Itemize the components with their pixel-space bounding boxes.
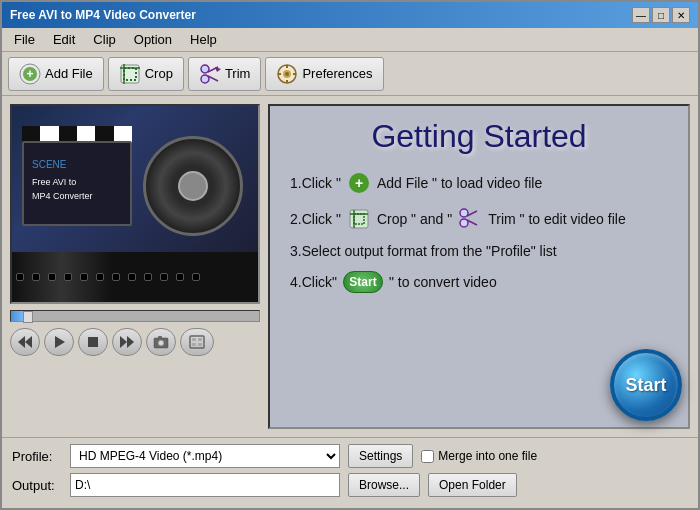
add-file-icon: + [19, 63, 41, 85]
clapperboard-decoration: SCENE Free AVI to MP4 Converter [22, 126, 142, 226]
svg-rect-36 [192, 343, 196, 346]
step-1-number: 1.Click " [290, 175, 341, 191]
svg-point-45 [460, 219, 468, 227]
svg-text:SCENE: SCENE [32, 159, 67, 170]
menu-edit[interactable]: Edit [45, 30, 83, 49]
step-1-add-icon: + [347, 171, 371, 195]
svg-rect-32 [158, 336, 162, 339]
clap-body: SCENE Free AVI to MP4 Converter [22, 141, 132, 226]
output-row: Output: Browse... Open Folder [12, 473, 688, 497]
output-label: Output: [12, 478, 62, 493]
left-panel: SCENE Free AVI to MP4 Converter [10, 104, 260, 429]
start-button[interactable]: Start [610, 349, 682, 421]
add-file-button[interactable]: + Add File [8, 57, 104, 91]
svg-point-8 [201, 75, 209, 83]
start-button-label: Start [625, 375, 666, 396]
svg-rect-33 [190, 336, 204, 348]
film-holes [12, 269, 204, 285]
preferences-label: Preferences [302, 66, 372, 81]
svg-marker-28 [127, 336, 134, 348]
main-content: SCENE Free AVI to MP4 Converter [2, 96, 698, 437]
menu-bar: File Edit Clip Option Help [2, 28, 698, 52]
step-4-text-pre: 4.Click" [290, 274, 337, 290]
step-2-trim-icon [458, 207, 482, 231]
stop-button[interactable] [78, 328, 108, 356]
menu-help[interactable]: Help [182, 30, 225, 49]
svg-text:+: + [26, 67, 33, 81]
close-button[interactable]: ✕ [672, 7, 690, 23]
play-button[interactable] [44, 328, 74, 356]
svg-marker-24 [18, 336, 25, 348]
profile-label: Profile: [12, 449, 62, 464]
bottom-bar: Profile: HD MPEG-4 Video (*.mp4)SD MPEG-… [2, 437, 698, 508]
step-3-text: 3.Select output format from the "Profile… [290, 243, 557, 259]
step-2-text-pre: 2.Click " [290, 211, 341, 227]
maximize-button[interactable]: □ [652, 7, 670, 23]
step-3: 3.Select output format from the "Profile… [290, 243, 668, 259]
open-folder-button[interactable]: Open Folder [428, 473, 517, 497]
svg-point-7 [201, 65, 209, 73]
svg-point-44 [460, 209, 468, 217]
window-controls: — □ ✕ [632, 7, 690, 23]
title-bar: Free AVI to MP4 Video Converter — □ ✕ [2, 2, 698, 28]
trim-icon [199, 63, 221, 85]
crop-button[interactable]: Crop [108, 57, 184, 91]
step-4-text-post: " to convert video [389, 274, 497, 290]
svg-point-31 [159, 341, 163, 345]
video-preview: SCENE Free AVI to MP4 Converter [10, 104, 260, 304]
step-2-crop-icon [347, 207, 371, 231]
output-path-input[interactable] [70, 473, 340, 497]
progress-bar[interactable] [10, 310, 260, 322]
svg-marker-27 [120, 336, 127, 348]
window-title: Free AVI to MP4 Video Converter [10, 8, 196, 22]
merge-label: Merge into one file [438, 449, 537, 463]
rewind-button[interactable] [10, 328, 40, 356]
trim-button[interactable]: Trim [188, 57, 262, 91]
preferences-button[interactable]: Preferences [265, 57, 383, 91]
profile-row: Profile: HD MPEG-4 Video (*.mp4)SD MPEG-… [12, 444, 688, 468]
film-strip-decoration [12, 252, 260, 302]
film-reel-decoration [143, 136, 243, 236]
crop-icon [119, 63, 141, 85]
reel-outer [143, 136, 243, 236]
getting-started-title: Getting Started [290, 118, 668, 155]
settings-button[interactable]: Settings [348, 444, 413, 468]
svg-rect-35 [198, 338, 202, 341]
menu-clip[interactable]: Clip [85, 30, 123, 49]
forward-button[interactable] [112, 328, 142, 356]
minimize-button[interactable]: — [632, 7, 650, 23]
step-2-crop-text: Crop " and " [377, 211, 452, 227]
step-2: 2.Click " Crop " and " [290, 207, 668, 231]
step-1-text: Add File " to load video file [377, 175, 542, 191]
trim-label: Trim [225, 66, 251, 81]
screenshot-button[interactable] [146, 328, 176, 356]
svg-rect-26 [88, 337, 98, 347]
merge-checkbox[interactable] [421, 450, 434, 463]
svg-text:Free AVI to: Free AVI to [32, 177, 76, 187]
add-file-label: Add File [45, 66, 93, 81]
preferences-icon [276, 63, 298, 85]
step-1: 1.Click " + Add File " to load video fil… [290, 171, 668, 195]
svg-rect-34 [192, 338, 196, 341]
menu-file[interactable]: File [6, 30, 43, 49]
playback-controls [10, 328, 260, 356]
fullscreen-button[interactable] [180, 328, 214, 356]
browse-button[interactable]: Browse... [348, 473, 420, 497]
progress-knob[interactable] [23, 311, 33, 323]
step-4: 4.Click" Start " to convert video [290, 271, 668, 293]
profile-select[interactable]: HD MPEG-4 Video (*.mp4)SD MPEG-4 Video (… [70, 444, 340, 468]
main-window: Free AVI to MP4 Video Converter — □ ✕ Fi… [0, 0, 700, 510]
svg-rect-37 [198, 343, 202, 346]
merge-checkbox-row: Merge into one file [421, 449, 537, 463]
svg-text:+: + [355, 175, 363, 191]
svg-marker-25 [55, 336, 65, 348]
toolbar: + Add File Crop [2, 52, 698, 96]
svg-point-14 [285, 72, 289, 76]
menu-option[interactable]: Option [126, 30, 180, 49]
step-2-trim-text: Trim " to edit video file [488, 211, 626, 227]
svg-rect-40 [350, 210, 368, 228]
crop-label: Crop [145, 66, 173, 81]
svg-marker-23 [25, 336, 32, 348]
step-4-start-badge: Start [343, 271, 383, 293]
svg-text:MP4 Converter: MP4 Converter [32, 191, 93, 201]
